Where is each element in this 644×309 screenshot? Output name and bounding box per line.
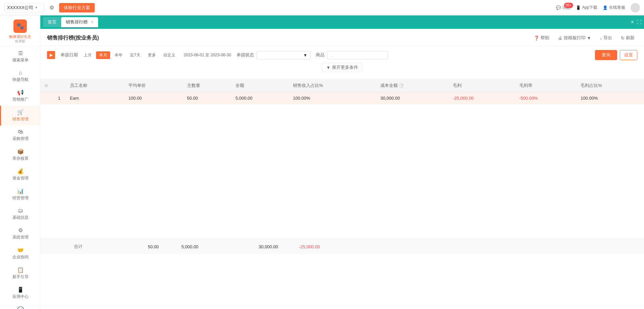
tab-close-icon[interactable]: × (91, 20, 93, 24)
row-sales-pct: 100.00% (289, 92, 376, 104)
expand-more-label: 展开更多条件 (332, 64, 358, 70)
page-content: 销售排行榜(按业务员) ❓ 帮助 🖨 按模板打印 ▼ (40, 29, 644, 309)
sidebar-label-app-center: 应用中心 (12, 294, 29, 300)
th-amount: 全额 (231, 79, 289, 92)
basic-info-icon: 🗂 (18, 208, 23, 214)
enterprise-icon: 🤝 (17, 247, 24, 253)
sidebar-item-wechat[interactable]: 💬 企业微信 (0, 303, 40, 309)
cost-info-icon[interactable]: ? (399, 83, 404, 88)
footer-settings-cell (44, 242, 56, 251)
print-label: 按模板打印 (564, 35, 586, 41)
window-expand-icon[interactable]: ⛶ (637, 19, 641, 25)
sidebar-item-marketing[interactable]: 📢 营销推广 (0, 86, 40, 106)
th-settings: ⚙ (40, 79, 52, 92)
column-settings-icon[interactable]: ⚙ (44, 83, 48, 88)
help-button[interactable]: ❓ 帮助 (531, 34, 552, 42)
sidebar-item-sales-mgmt[interactable]: 🛒 销售管理 (0, 106, 40, 125)
tab-home[interactable]: 首页 (43, 17, 61, 27)
filter-right-btns: 查询 设置 (595, 50, 637, 60)
company-selector[interactable]: XXXXXX公司 ▼ (4, 3, 44, 12)
user-avatar[interactable] (631, 3, 640, 12)
app-download-label: App下载 (582, 5, 597, 10)
sidebar-item-inventory[interactable]: 📦 库存核算 (0, 145, 40, 165)
message-badge: 99+ (564, 3, 573, 8)
date-filter-label: 单据日期 (60, 52, 78, 58)
export-button[interactable]: ↓ 导出 (597, 34, 615, 42)
row-gross-pct: 100.00% (576, 92, 644, 104)
footer-row: 合计 50.00 5,000.00 30,000.00 -25,000.00 (44, 242, 640, 251)
trial-button[interactable]: 体验行业方案 (59, 3, 95, 12)
row-rank: 1 (52, 92, 66, 104)
service-icon: 👤 (603, 5, 608, 10)
row-amount: 5,000.00 (231, 92, 289, 104)
refresh-label: 刷新 (626, 35, 635, 41)
th-gross-rate: 毛利率 (515, 79, 577, 92)
filter-area: ▶ 单据日期 上月 本月 本年 近7天 更多 自定义 (40, 46, 644, 79)
row-gross-profit: -25,000.00 (449, 92, 515, 104)
company-dropdown-arrow: ▼ (35, 6, 38, 9)
date-tab-more[interactable]: 更多 (145, 51, 159, 59)
purchase-mgmt-icon: 🛍 (18, 129, 23, 135)
top-bar: XXXXXX公司 ▼ ⚙ 体验行业方案 💬 消息 99+ 📱 App下载 👤 在… (0, 0, 644, 15)
sidebar-item-search-order[interactable]: ☰ 搜索菜单 (0, 47, 40, 66)
sidebar-label-sys-mgmt: 系统管理 (12, 235, 29, 240)
search-order-icon: ☰ (18, 50, 23, 56)
tab-sales-ranking[interactable]: 销售排行榜 × (61, 17, 98, 27)
company-name: XXXXXX公司 (7, 5, 33, 11)
query-button[interactable]: 查询 (595, 50, 617, 60)
sidebar-item-quick-nav[interactable]: ⌂ 快捷导航 (0, 66, 40, 86)
sidebar-logo: 🐾 畅康通好生意 标准版 (0, 15, 40, 47)
doc-status-select[interactable]: ▼ (257, 51, 310, 59)
doc-status-label: 单据状态 (237, 52, 254, 58)
th-gross-pct: 毛利占比% (576, 79, 644, 92)
app-download-btn[interactable]: 📱 App下载 (576, 5, 597, 10)
window-close-icon[interactable]: × (631, 19, 634, 25)
sidebar-item-sys-mgmt[interactable]: ⚙ 系统管理 (0, 224, 40, 244)
row-cost: 30,000.00 (376, 92, 449, 104)
settings-icon[interactable]: ⚙ (47, 3, 56, 12)
marketing-icon: 📢 (17, 89, 24, 96)
sidebar-label-finance: 资金管理 (12, 175, 29, 181)
print-button[interactable]: 🖨 按模板打印 ▼ (555, 34, 594, 42)
sidebar-label-enterprise: 企业协同 (12, 254, 29, 260)
refresh-button[interactable]: ↻ 刷新 (618, 34, 637, 42)
sidebar-item-finance[interactable]: 💰 资金管理 (0, 165, 40, 185)
doc-status-filter-group: 单据状态 ▼ (237, 51, 310, 59)
sidebar-item-enterprise[interactable]: 🤝 企业协同 (0, 244, 40, 263)
online-service-label: 在线客服 (609, 5, 625, 10)
inventory-icon: 📦 (17, 148, 24, 155)
table-area: ⚙ 员工名称 平均单价 主数量 全额 销售收入占比% (40, 79, 644, 104)
date-tab-custom[interactable]: 自定义 (160, 51, 178, 59)
sales-mgmt-icon: 🛒 (17, 109, 24, 115)
date-tab-cur-month[interactable]: 本月 (96, 51, 110, 59)
page-title: 销售排行榜(按业务员) (47, 35, 99, 42)
message-icon-btn[interactable]: 💬 消息 99+ (556, 5, 570, 10)
sidebar-item-operations[interactable]: 📊 经营管理 (0, 185, 40, 204)
online-service-btn[interactable]: 👤 在线客服 (603, 5, 625, 10)
download-icon: 📱 (576, 5, 581, 10)
refresh-icon: ↻ (621, 36, 625, 41)
sidebar-item-purchase-mgmt[interactable]: 🛍 采购管理 (0, 125, 40, 145)
logo-symbol: 🐾 (16, 22, 24, 30)
sys-mgmt-icon: ⚙ (18, 227, 23, 234)
date-tab-cur-year[interactable]: 本年 (112, 51, 126, 59)
date-tabs: 上月 本月 本年 近7天 更多 自定义 (81, 51, 178, 59)
filter-nav-arrow[interactable]: ▶ (47, 51, 55, 59)
finance-icon: 💰 (17, 168, 24, 174)
sidebar-item-app-center[interactable]: 📱 应用中心 (0, 283, 40, 303)
set-button[interactable]: 设置 (620, 50, 637, 60)
filter-row-1: ▶ 单据日期 上月 本月 本年 近7天 更多 自定义 (47, 50, 637, 60)
footer-sales-pct (214, 242, 255, 251)
print-dropdown-icon: ▼ (587, 36, 591, 41)
expand-more-btn[interactable]: ▼ 展开更多条件 (322, 63, 362, 72)
th-gross-profit: 毛利 (449, 79, 515, 92)
footer-rank-cell (56, 242, 70, 251)
date-tab-last7[interactable]: 近7天 (127, 51, 143, 59)
goods-input[interactable]: ... (327, 51, 388, 59)
sidebar-item-newbie[interactable]: 📋 新手引导 (0, 263, 40, 283)
th-avg-price: 平均单价 (124, 79, 183, 92)
message-icon: 💬 (556, 5, 561, 10)
date-tab-prev-month[interactable]: 上月 (81, 51, 95, 59)
table-header-row: ⚙ 员工名称 平均单价 主数量 全额 销售收入占比% (40, 79, 644, 92)
sidebar-item-basic-info[interactable]: 🗂 基础信息 (0, 204, 40, 224)
